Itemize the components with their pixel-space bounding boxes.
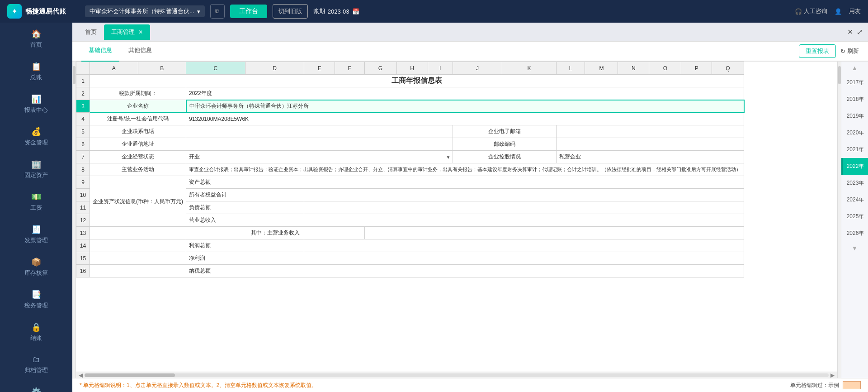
year-item-2023[interactable]: 2023年 (841, 175, 868, 191)
sub-tab-basic[interactable]: 基础信息 (81, 42, 119, 62)
col-m: M (585, 62, 618, 75)
header-right: 🎧 人工咨询 👤 用友 (795, 7, 861, 15)
copy-button[interactable]: ⧉ (210, 4, 225, 19)
cell-11-label: 负债总额 (186, 201, 304, 214)
cell-2-value[interactable]: 2022年度 (186, 87, 744, 100)
cell-8-value[interactable]: 审查企业会计报表；出具审计报告；验证企业资本；出具验资报告；办理企业合开、分立、… (186, 163, 744, 176)
calendar-icon[interactable]: 📅 (352, 8, 359, 15)
cell-15-label: 净利润 (186, 252, 304, 265)
year-item-2025[interactable]: 2025年 (841, 208, 868, 225)
v-scrollbar-left[interactable] (72, 62, 76, 378)
cell-5-phone[interactable] (186, 125, 453, 138)
cell-15-value[interactable] (304, 252, 744, 265)
inner-content: 基础信息 其他信息 重置报表 ↻ 刷新 (72, 42, 868, 392)
scroll-right-arrow[interactable]: ▶ (829, 372, 836, 378)
v-scrollbar-right[interactable] (837, 62, 841, 378)
content-area: 首页 工商管理 ✕ ✕ ⤢ 基础信息 其他信息 (72, 23, 868, 392)
scroll-left-arrow[interactable]: ◀ (77, 372, 85, 378)
status-right: 单元格编辑过：示例 (790, 381, 861, 389)
col-k: K (502, 62, 556, 75)
year-item-2020[interactable]: 2020年 (841, 124, 868, 141)
sidebar-item-settings[interactable]: ⚙️ 设置 (0, 381, 72, 392)
cell-12-value[interactable] (304, 214, 744, 227)
year-nav-up[interactable]: ▲ (841, 62, 868, 74)
cell-16-label: 纳税总额 (186, 265, 304, 277)
cell-10-value[interactable] (304, 189, 744, 201)
year-sidebar: ▲ 2017年 2018年 2019年 2020年 2021年 2022年 20… (841, 62, 868, 378)
col-a: A (90, 62, 138, 75)
year-item-2024[interactable]: 2024年 (841, 191, 868, 208)
cell-4-value[interactable]: 91320100MA208E5W6K (186, 113, 744, 125)
h-scrollbar[interactable]: ◀ ▶ (76, 372, 837, 378)
h-scroll-thumb[interactable] (85, 373, 175, 377)
sidebar-item-ledger[interactable]: 📋 总账 (0, 55, 72, 88)
sidebar-item-asset[interactable]: 🏢 固定资产 (0, 153, 72, 186)
old-version-button[interactable]: 切到旧版 (273, 4, 308, 19)
cell-14-value[interactable] (304, 239, 744, 252)
year-item-2026[interactable]: 2026年 (841, 225, 868, 242)
close-account-icon: 🔒 (31, 322, 41, 332)
tab-active-label: 工商管理 (111, 28, 135, 36)
ledger-icon: 📋 (31, 62, 41, 72)
tax-icon: 📑 (31, 290, 41, 300)
col-e: E (304, 62, 335, 75)
col-g: G (364, 62, 396, 75)
cell-5-email[interactable] (556, 125, 744, 138)
logo-text: 畅捷通易代账 (25, 7, 66, 16)
maximize-button[interactable]: ⤢ (857, 28, 863, 36)
sidebar-item-finance[interactable]: 💰 资金管理 (0, 120, 72, 153)
cell-11-value[interactable] (304, 201, 744, 214)
cell-14-empty (90, 239, 186, 252)
cell-7-status[interactable]: 开业 ▼ (186, 151, 453, 163)
cell-9-value[interactable] (304, 176, 744, 189)
sidebar-item-tax[interactable]: 📑 税务管理 (0, 283, 72, 316)
col-q: Q (712, 62, 744, 75)
sidebar-item-report[interactable]: 📊 报表中心 (0, 88, 72, 120)
year-nav-down[interactable]: ▼ (841, 242, 868, 254)
workbench-button[interactable]: 工作台 (230, 5, 267, 18)
row-num-13: 13 (76, 227, 90, 239)
table-row: 8 主营业务活动 审查企业会计报表；出具审计报告；验证企业资本；出具验资报告；办… (76, 163, 744, 176)
cell-3-value[interactable]: 中审众环会计师事务所（特殊普通合伙）江苏分所 (186, 100, 744, 113)
sidebar-item-close[interactable]: 🔒 结账 (0, 316, 72, 349)
year-item-2022[interactable]: 2022年 (841, 158, 868, 175)
report-icon: 📊 (31, 94, 41, 104)
company-selector[interactable]: 中审众环会计师事务所（特殊普通合伙... ▾ (85, 5, 205, 17)
close-window-button[interactable]: ✕ (847, 28, 853, 36)
consult-button[interactable]: 🎧 人工咨询 (795, 7, 827, 15)
col-d: D (245, 62, 304, 75)
tab-bar-actions: ✕ ⤢ (847, 28, 863, 36)
refresh-button[interactable]: ↻ 刷新 (840, 47, 859, 55)
cell-title[interactable]: 工商年报信息表 (90, 75, 744, 87)
row-num-11: 11 (76, 201, 90, 214)
cell-16-value[interactable] (304, 265, 744, 277)
year-item-2021[interactable]: 2021年 (841, 141, 868, 158)
spreadsheet-container[interactable]: A B C D E F G H I J (76, 62, 837, 372)
sub-tab-other[interactable]: 其他信息 (121, 42, 159, 62)
status-hint: * 单元格编辑说明：1、点击单元格直接录入数值或文本。2、清空单元格数值或文本恢… (80, 382, 317, 389)
cell-6-zip[interactable] (556, 138, 744, 151)
user-label[interactable]: 用友 (849, 7, 861, 15)
sidebar-item-home[interactable]: 🏠 首页 (0, 23, 72, 55)
h-scroll-track[interactable] (85, 373, 829, 377)
year-item-2018[interactable]: 2018年 (841, 91, 868, 108)
tab-home[interactable]: 首页 (78, 24, 104, 40)
sidebar-label-report: 报表中心 (24, 106, 48, 114)
sidebar-item-archive[interactable]: 🗂 归档管理 (0, 349, 72, 381)
logo-area: ✦ 畅捷通易代账 (7, 4, 80, 19)
cell-6-zip-label: 邮政编码 (453, 138, 556, 151)
tab-business-management[interactable]: 工商管理 ✕ (104, 24, 150, 40)
reset-report-button[interactable]: 重置报表 (799, 44, 836, 58)
sidebar-item-salary[interactable]: 💵 工资 (0, 186, 72, 218)
year-item-2019[interactable]: 2019年 (841, 108, 868, 124)
sidebar-item-invoice[interactable]: 🧾 发票管理 (0, 218, 72, 251)
table-row: 1 工商年报信息表 (76, 75, 744, 87)
tab-close-icon[interactable]: ✕ (138, 29, 143, 35)
year-item-2017[interactable]: 2017年 (841, 74, 868, 91)
user-icon: 👤 (835, 8, 842, 15)
cell-5-label: 企业联系电话 (90, 125, 186, 138)
sidebar-item-inventory[interactable]: 📦 库存核算 (0, 251, 72, 283)
cell-7-control[interactable]: 私营企业 (556, 151, 744, 163)
cell-6-address[interactable] (186, 138, 453, 151)
cell-13-value[interactable] (364, 227, 744, 239)
